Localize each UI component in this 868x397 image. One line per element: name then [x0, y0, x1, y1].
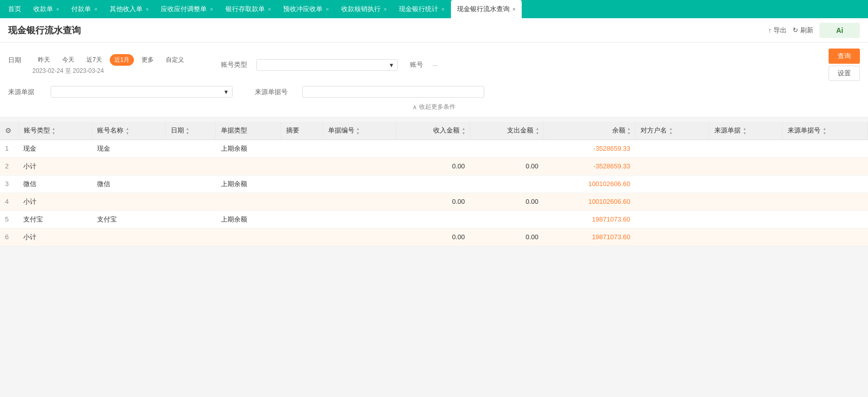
nav-item-receipts[interactable]: 收款单 × [27, 0, 65, 18]
cell-income [396, 175, 470, 193]
table-row[interactable]: 3微信微信上期余额100102606.60 [0, 175, 868, 193]
close-icon[interactable]: × [384, 6, 387, 12]
export-button[interactable]: ↑ 导出 [768, 26, 787, 35]
date-btn-yesterday[interactable]: 昨天 [33, 54, 55, 66]
cell-doc-no [323, 157, 396, 175]
close-icon[interactable]: × [513, 6, 516, 12]
nav-item-prepayment[interactable]: 预收冲应收单 × [277, 0, 335, 18]
date-filter-group: 日期 昨天 今天 近7天 近1月 更多 自定义 2023-02-24 至 202… [8, 54, 189, 75]
source-doc-no-input[interactable] [302, 86, 484, 98]
cell-summary [281, 157, 323, 175]
dots-icon[interactable]: ··· [432, 61, 438, 69]
nav-item-cash-bank-stats[interactable]: 现金银行统计 × [393, 0, 450, 18]
cell-account-name: 现金 [92, 140, 166, 157]
cell-source-doc [709, 210, 783, 228]
chevron-down-icon: ▾ [224, 88, 228, 96]
nav-item-collection-exec[interactable]: 收款核销执行 × [335, 0, 393, 18]
cell-summary [281, 140, 323, 157]
cell-expense [470, 140, 543, 157]
table-row[interactable]: 6小计0.000.0019871073.60 [0, 228, 868, 246]
column-account-type[interactable]: 账号类型 ▴▾ [18, 122, 92, 140]
cell-source-doc-no [783, 193, 868, 210]
date-btn-custom[interactable]: 自定义 [161, 54, 189, 66]
close-icon[interactable]: × [146, 6, 149, 12]
nav-item-ar-ap-adjust[interactable]: 应收应付调整单 × [155, 0, 219, 18]
row-number: 4 [0, 193, 18, 210]
close-icon[interactable]: × [441, 6, 444, 12]
cell-counterpart [635, 157, 709, 175]
column-balance[interactable]: 余额 ▴▾ [543, 122, 635, 140]
column-counterpart[interactable]: 对方户名 ▴▾ [635, 122, 709, 140]
query-button[interactable]: 查询 [829, 49, 860, 64]
close-icon[interactable]: × [268, 6, 271, 12]
action-buttons: 查询 设置 [829, 49, 860, 81]
settings-button[interactable]: 设置 [829, 66, 860, 81]
cell-doc-type: 上期余额 [216, 140, 281, 157]
close-icon[interactable]: × [210, 6, 213, 12]
close-icon[interactable]: × [94, 6, 97, 12]
cell-source-doc [709, 140, 783, 157]
close-icon[interactable]: × [56, 6, 59, 12]
collapse-bar[interactable]: ∧ 收起更多条件 [8, 103, 860, 111]
close-icon[interactable]: × [326, 6, 329, 12]
column-account-name[interactable]: 账号名称 ▴▾ [92, 122, 166, 140]
table-row[interactable]: 2小计0.000.00-3528659.33 [0, 157, 868, 175]
sort-icon: ▴▾ [53, 126, 55, 136]
column-date[interactable]: 日期 ▴▾ [165, 122, 216, 140]
cell-account-type: 微信 [18, 175, 92, 193]
page-title: 现金银行流水查询 [8, 24, 81, 36]
cell-account-name [92, 193, 166, 210]
cell-counterpart [635, 140, 709, 157]
sort-icon: ▴▾ [824, 126, 826, 136]
nav-item-other-income[interactable]: 其他收入单 × [104, 0, 155, 18]
sort-icon: ▴▾ [463, 126, 465, 136]
column-gear: ⚙ [0, 122, 18, 140]
date-btn-7days[interactable]: 近7天 [82, 54, 107, 66]
cell-doc-type: 上期余额 [216, 210, 281, 228]
cell-date [165, 140, 216, 157]
table-row[interactable]: 4小计0.000.00100102606.60 [0, 193, 868, 210]
table-row[interactable]: 1现金现金上期余额-3528659.33 [0, 140, 868, 157]
cell-summary [281, 193, 323, 210]
nav-item-home[interactable]: 首页 [2, 0, 27, 18]
cell-date [165, 193, 216, 210]
cell-expense: 0.00 [470, 193, 543, 210]
sort-icon: ▴▾ [357, 126, 359, 136]
date-btn-today[interactable]: 今天 [58, 54, 79, 66]
cell-date [165, 175, 216, 193]
chevron-down-icon: ▾ [390, 61, 393, 69]
cell-source-doc-no [783, 140, 868, 157]
column-doc-no[interactable]: 单据编号 ▴▾ [323, 122, 396, 140]
nav-item-payments[interactable]: 付款单 × [65, 0, 103, 18]
sort-icon: ▴▾ [126, 126, 128, 136]
cell-account-name: 微信 [92, 175, 166, 193]
refresh-button[interactable]: ↻ 刷新 [793, 26, 813, 35]
column-source-doc-no[interactable]: 来源单据号 ▴▾ [783, 122, 868, 140]
cell-source-doc-no [783, 228, 868, 246]
cell-balance: 100102606.60 [543, 193, 635, 210]
account-label: 账号 [410, 60, 425, 69]
account-type-select[interactable]: ▾ [256, 59, 398, 71]
cell-source-doc [709, 228, 783, 246]
cell-income [396, 210, 470, 228]
column-expense[interactable]: 支出金额 ▴▾ [470, 122, 543, 140]
filter-row-2: 来源单据 ▾ 来源单据号 [8, 86, 860, 98]
ai-button[interactable]: Ai [819, 23, 860, 38]
gear-icon[interactable]: ⚙ [5, 126, 12, 135]
filter-row-1: 日期 昨天 今天 近7天 近1月 更多 自定义 2023-02-24 至 202… [8, 49, 860, 81]
date-btn-1month[interactable]: 近1月 [110, 54, 134, 66]
cell-doc-type: 上期余额 [216, 175, 281, 193]
cell-income [396, 140, 470, 157]
cell-doc-no [323, 228, 396, 246]
column-income[interactable]: 收入金额 ▴▾ [396, 122, 470, 140]
cell-income: 0.00 [396, 193, 470, 210]
nav-item-bank-deposit[interactable]: 银行存取款单 × [219, 0, 277, 18]
source-doc-select[interactable]: ▾ [51, 86, 233, 98]
cell-doc-type [216, 228, 281, 246]
column-source-doc[interactable]: 来源单据 ▴▾ [709, 122, 783, 140]
date-btn-more[interactable]: 更多 [137, 54, 158, 66]
sort-icon: ▴▾ [187, 126, 189, 136]
table-row[interactable]: 5支付宝支付宝上期余额19871073.60 [0, 210, 868, 228]
nav-item-cash-bank-flow[interactable]: 现金银行流水查询 × [451, 0, 522, 18]
date-options: 昨天 今天 近7天 近1月 更多 自定义 [33, 54, 189, 66]
